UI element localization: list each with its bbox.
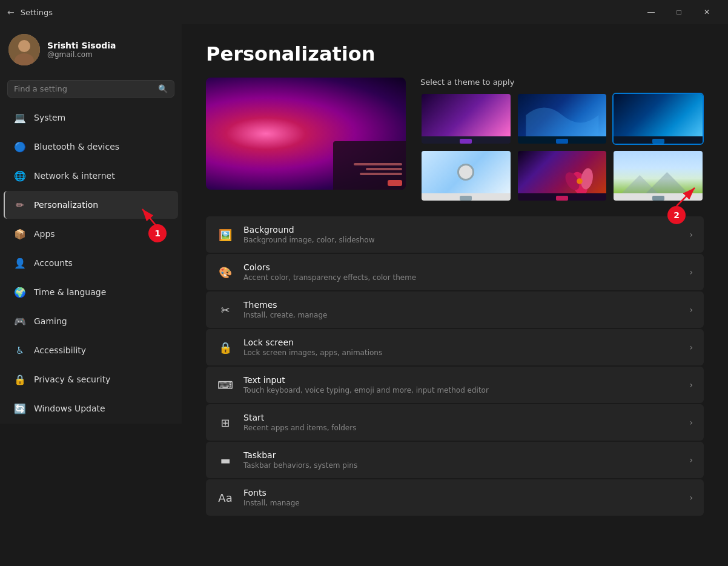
sidebar-item-label-privacy: Privacy & security — [34, 375, 110, 384]
theme-thumb-img-4: ⚙️ — [422, 151, 511, 193]
background-text: Background Background image, color, slid… — [243, 225, 680, 244]
sidebar-item-label-bluetooth: Bluetooth & devices — [34, 142, 119, 151]
sidebar-item-gaming[interactable]: 🎮 Gaming — [4, 307, 178, 335]
textinput-arrow: › — [689, 380, 693, 390]
gaming-icon: 🎮 — [13, 315, 27, 328]
theme-thumbnail-6[interactable] — [612, 150, 704, 202]
page-title: Personalization — [206, 42, 704, 65]
sidebar-item-privacy[interactable]: 🔒 Privacy & security — [4, 365, 178, 393]
svg-point-1 — [18, 40, 30, 52]
textinput-icon: ⌨️ — [217, 376, 234, 393]
sidebar: Srishti Sisodia @gmail.com 🔍 💻 System 🔵 … — [0, 24, 182, 424]
fonts-title: Fonts — [243, 488, 680, 498]
close-button[interactable]: ✕ — [693, 2, 721, 22]
search-box[interactable]: 🔍 — [7, 80, 174, 98]
sidebar-item-label-system: System — [34, 113, 65, 122]
start-desc: Recent apps and items, folders — [243, 424, 680, 432]
maximize-button[interactable]: □ — [665, 2, 693, 22]
titlebar-title: Settings — [21, 8, 53, 17]
sidebar-item-time[interactable]: 🌍 Time & language — [4, 278, 178, 306]
fonts-arrow: › — [689, 493, 693, 502]
sidebar-item-label-apps: Apps — [34, 229, 55, 239]
search-icon: 🔍 — [158, 84, 168, 93]
fonts-icon: Aa — [217, 489, 234, 506]
accessibility-icon: ♿ — [13, 344, 27, 357]
theme-thumb-bar-3 — [614, 136, 703, 145]
taskbar-desc: Taskbar behaviors, system pins — [243, 461, 680, 470]
preview-bar — [360, 173, 402, 175]
sidebar-item-personalization[interactable]: ✏️ Personalization — [4, 191, 178, 219]
textinput-title: Text input — [243, 375, 680, 385]
theme-thumb-btn-4 — [460, 196, 472, 201]
taskbar-text: Taskbar Taskbar behaviors, system pins — [243, 450, 680, 470]
network-icon: 🌐 — [13, 169, 27, 182]
app-container: Srishti Sisodia @gmail.com 🔍 💻 System 🔵 … — [0, 24, 728, 566]
theme-thumb-bar-4 — [422, 193, 511, 202]
settings-item-taskbar[interactable]: ▬ Taskbar Taskbar behaviors, system pins… — [206, 442, 704, 478]
titlebar: ← Settings — □ ✕ — [0, 0, 728, 24]
themes-title: Themes — [243, 300, 680, 310]
sidebar-item-label-personalization: Personalization — [34, 200, 98, 210]
user-name: Srishti Sisodia — [47, 41, 116, 50]
theme-thumb-img-2 — [518, 94, 607, 136]
sidebar-item-system[interactable]: 💻 System — [4, 104, 178, 132]
preview-bar — [366, 168, 402, 170]
bluetooth-icon: 🔵 — [13, 140, 27, 153]
sidebar-item-accounts[interactable]: 👤 Accounts — [4, 249, 178, 277]
sidebar-item-update[interactable]: 🔄 Windows Update — [4, 395, 178, 422]
theme-thumb-img-1 — [422, 94, 511, 136]
theme-thumbnail-4[interactable]: ⚙️ — [420, 150, 512, 202]
theme-thumb-img-3 — [614, 94, 703, 136]
theme-thumbnail-1[interactable] — [420, 93, 512, 145]
sidebar-nav: 💻 System 🔵 Bluetooth & devices 🌐 Network… — [0, 104, 182, 424]
taskbar-arrow: › — [689, 455, 693, 465]
preview-taskbar — [333, 141, 406, 190]
theme-thumbnail-2[interactable] — [517, 93, 608, 145]
sidebar-item-network[interactable]: 🌐 Network & internet — [4, 162, 178, 190]
theme-thumb-bar-1 — [422, 136, 511, 145]
sidebar-item-apps[interactable]: 📦 Apps — [4, 220, 178, 248]
main-wrapper: Personalization — [182, 24, 728, 566]
start-title: Start — [243, 413, 680, 422]
themes-icon: ✂️ — [217, 301, 234, 318]
theme-thumb-img-5 — [518, 151, 607, 193]
taskbar-icon: ▬ — [217, 451, 234, 468]
minimize-button[interactable]: — — [637, 2, 665, 22]
user-info: Srishti Sisodia @gmail.com — [47, 41, 116, 59]
svg-marker-9 — [646, 172, 689, 193]
settings-item-background[interactable]: 🖼️ Background Background image, color, s… — [206, 216, 704, 253]
back-icon[interactable]: ← — [7, 7, 15, 17]
search-container: 🔍 — [0, 75, 182, 104]
settings-item-lockscreen[interactable]: 🔒 Lock screen Lock screen images, apps, … — [206, 329, 704, 365]
theme-thumbnail-3[interactable] — [612, 93, 704, 145]
settings-item-colors[interactable]: 🎨 Colors Accent color, transparency effe… — [206, 254, 704, 290]
textinput-text: Text input Touch keyboard, voice typing,… — [243, 375, 680, 395]
colors-icon: 🎨 — [217, 264, 234, 281]
settings-item-fonts[interactable]: Aa Fonts Install, manage › — [206, 479, 704, 516]
avatar — [8, 34, 40, 65]
lockscreen-desc: Lock screen images, apps, animations — [243, 348, 680, 357]
start-arrow: › — [689, 418, 693, 427]
preview-dot — [388, 180, 402, 186]
theme-preview-row: Select a theme to apply — [206, 78, 704, 202]
settings-item-textinput[interactable]: ⌨️ Text input Touch keyboard, voice typi… — [206, 367, 704, 403]
lockscreen-title: Lock screen — [243, 338, 680, 347]
sidebar-item-accessibility[interactable]: ♿ Accessibility — [4, 336, 178, 364]
theme-thumbnail-5[interactable] — [517, 150, 608, 202]
settings-item-themes[interactable]: ✂️ Themes Install, create, manage › — [206, 291, 704, 328]
textinput-desc: Touch keyboard, voice typing, emoji and … — [243, 386, 680, 395]
theme-thumb-bar-5 — [518, 193, 607, 202]
colors-text: Colors Accent color, transparency effect… — [243, 262, 680, 282]
current-preview — [206, 78, 406, 190]
user-profile[interactable]: Srishti Sisodia @gmail.com — [0, 24, 182, 75]
theme-grid: ⚙️ — [420, 93, 704, 202]
settings-item-start[interactable]: ⊞ Start Recent apps and items, folders › — [206, 404, 704, 441]
search-input[interactable] — [14, 84, 153, 93]
sidebar-item-label-gaming: Gaming — [34, 316, 67, 326]
background-desc: Background image, color, slideshow — [243, 236, 680, 244]
time-icon: 🌍 — [13, 285, 27, 299]
themes-arrow: › — [689, 305, 693, 315]
user-email: @gmail.com — [47, 50, 116, 59]
sidebar-item-bluetooth[interactable]: 🔵 Bluetooth & devices — [4, 133, 178, 161]
sidebar-item-label-update: Windows Update — [34, 404, 105, 413]
